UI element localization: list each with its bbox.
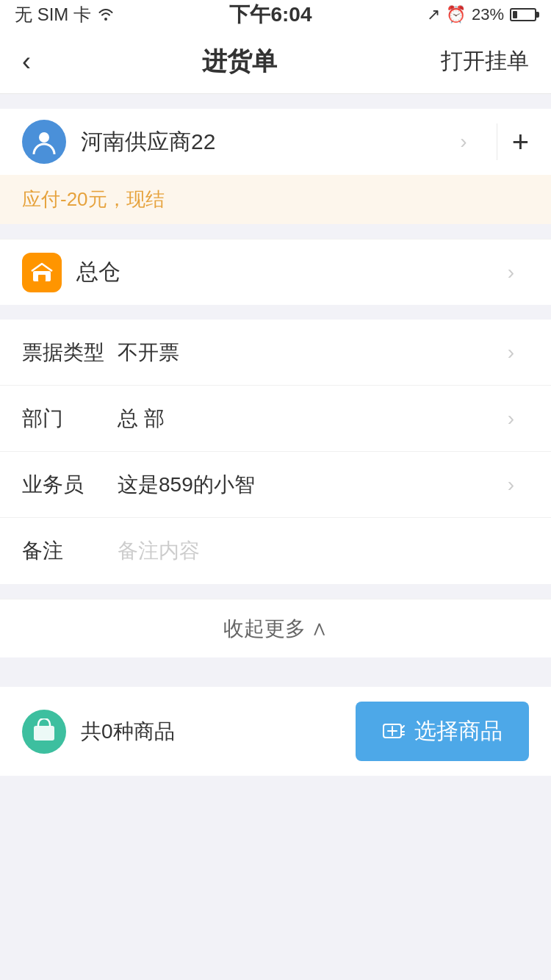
dept-label: 部门 [22, 405, 118, 433]
note-placeholder: 备注内容 [118, 537, 529, 565]
product-count: 共0种商品 [81, 718, 341, 746]
battery-icon [510, 8, 536, 21]
supplier-avatar [22, 120, 66, 164]
warehouse-chevron-icon: › [508, 261, 514, 284]
battery-percent: 23% [472, 5, 504, 24]
product-icon [22, 710, 66, 754]
collapse-button[interactable]: 收起更多 ∧ [0, 599, 551, 657]
collapse-label: 收起更多 ∧ [223, 615, 328, 643]
supplier-chevron-icon: › [460, 130, 467, 154]
nav-title: 进货单 [202, 45, 277, 79]
select-product-button[interactable]: 选择商品 [356, 702, 529, 761]
svg-point-0 [39, 132, 49, 143]
section-gap-2 [0, 224, 551, 239]
dept-value: 总 部 [118, 405, 508, 433]
alarm-icon: ⏰ [446, 5, 466, 24]
back-button[interactable]: ‹ [22, 39, 38, 84]
open-pending-button[interactable]: 打开挂单 [441, 46, 529, 76]
dept-row[interactable]: 部门 总 部 › [0, 386, 551, 452]
dept-chevron-icon: › [508, 407, 514, 430]
supplier-section: 河南供应商22 › + 应付-20元，现结 [0, 109, 551, 224]
wifi-icon [97, 4, 115, 25]
salesman-chevron-icon: › [508, 473, 514, 497]
bottom-bar: 共0种商品 选择商品 [0, 687, 551, 776]
salesman-value: 这是859的小智 [118, 471, 508, 499]
warehouse-row[interactable]: 总仓 › [0, 239, 551, 305]
status-right: ↗ ⏰ 23% [427, 5, 536, 24]
salesman-row[interactable]: 业务员 这是859的小智 › [0, 452, 551, 518]
invoice-chevron-icon: › [508, 341, 514, 364]
warehouse-section: 总仓 › [0, 239, 551, 305]
invoice-row[interactable]: 票据类型 不开票 › [0, 320, 551, 386]
status-time: 下午6:04 [229, 1, 311, 29]
form-section: 票据类型 不开票 › 部门 总 部 › 业务员 这是859的小智 › 备注 备注… [0, 320, 551, 584]
invoice-value: 不开票 [118, 339, 508, 367]
supplier-name: 河南供应商22 [81, 127, 460, 157]
invoice-label: 票据类型 [22, 339, 118, 367]
note-row[interactable]: 备注 备注内容 [0, 518, 551, 584]
warehouse-name: 总仓 [76, 257, 508, 287]
select-product-icon [382, 720, 406, 743]
notice-bar: 应付-20元，现结 [0, 175, 551, 224]
warehouse-icon [22, 253, 62, 292]
nav-bar: ‹ 进货单 打开挂单 [0, 29, 551, 94]
notice-text: 应付-20元，现结 [22, 188, 165, 210]
status-left: 无 SIM 卡 [15, 3, 115, 26]
svg-rect-3 [34, 726, 54, 741]
carrier-label: 无 SIM 卡 [15, 3, 91, 26]
salesman-label: 业务员 [22, 471, 118, 499]
note-label: 备注 [22, 537, 118, 565]
svg-rect-2 [38, 275, 46, 281]
add-supplier-button[interactable]: + [512, 126, 529, 159]
supplier-divider [497, 123, 497, 160]
select-product-label: 选择商品 [414, 716, 503, 746]
supplier-row[interactable]: 河南供应商22 › + [0, 109, 551, 175]
section-gap-3 [0, 657, 551, 672]
location-icon: ↗ [427, 5, 440, 24]
status-bar: 无 SIM 卡 下午6:04 ↗ ⏰ 23% [0, 0, 551, 29]
section-gap-1 [0, 94, 551, 109]
